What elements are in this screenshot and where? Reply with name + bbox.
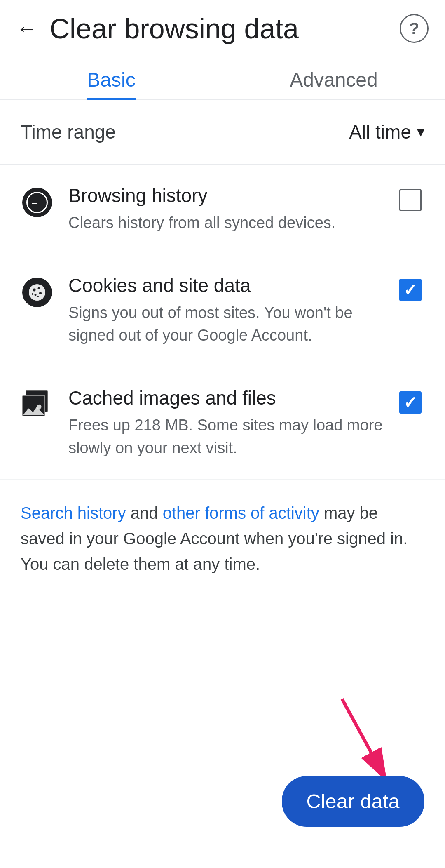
checkbox-checked-icon-2: ✓ [399, 391, 422, 414]
cookies-desc: Signs you out of most sites. You won't b… [68, 301, 388, 347]
svg-point-3 [39, 292, 42, 294]
browsing-history-checkbox[interactable] [396, 186, 424, 214]
browsing-history-title: Browsing history [68, 184, 388, 207]
clock-icon [21, 186, 54, 219]
cached-images-title: Cached images and files [68, 387, 388, 409]
time-range-selector[interactable]: All time ▾ [349, 121, 424, 143]
checkmark-icon: ✓ [403, 282, 417, 298]
checkbox-unchecked-icon [399, 189, 422, 211]
svg-point-1 [33, 289, 36, 292]
cookies-title: Cookies and site data [68, 274, 388, 296]
back-arrow-icon: ← [16, 18, 37, 39]
svg-point-0 [29, 284, 45, 301]
cached-images-checkbox[interactable]: ✓ [396, 388, 424, 416]
tab-advanced[interactable]: Advanced [222, 57, 445, 99]
cookie-icon [21, 276, 54, 309]
cached-images-content: Cached images and files Frees up 218 MB.… [68, 387, 388, 459]
cookies-content: Cookies and site data Signs you out of m… [68, 274, 388, 347]
svg-point-6 [37, 296, 39, 297]
browsing-history-item: Browsing history Clears history from all… [0, 165, 445, 254]
time-range-value: All time [349, 121, 411, 143]
cached-images-item: Cached images and files Frees up 218 MB.… [0, 367, 445, 480]
back-button[interactable]: ← [12, 14, 41, 43]
browsing-history-desc: Clears history from all synced devices. [68, 212, 388, 234]
browsing-history-content: Browsing history Clears history from all… [68, 184, 388, 234]
checkmark-icon-2: ✓ [403, 394, 417, 411]
time-range-row: Time range All time ▾ [0, 100, 445, 164]
header: ← Clear browsing data ? [0, 0, 445, 53]
help-icon: ? [409, 19, 419, 38]
image-stack-icon [21, 388, 54, 421]
search-history-link[interactable]: Search history [21, 504, 126, 522]
help-button[interactable]: ? [400, 14, 429, 43]
svg-point-4 [35, 294, 37, 296]
dropdown-arrow-icon: ▾ [417, 123, 424, 141]
other-activity-link[interactable]: other forms of activity [163, 504, 319, 522]
footer-note: Search history and other forms of activi… [0, 480, 445, 602]
time-range-label: Time range [21, 121, 116, 143]
clear-data-button[interactable]: Clear data [282, 776, 424, 827]
cookies-checkbox[interactable]: ✓ [396, 276, 424, 304]
svg-point-2 [38, 287, 40, 289]
cached-images-desc: Frees up 218 MB. Some sites may load mor… [68, 414, 388, 459]
cookies-item: Cookies and site data Signs you out of m… [0, 254, 445, 367]
svg-point-7 [37, 405, 41, 409]
page-title: Clear browsing data [41, 12, 400, 45]
checkbox-checked-icon: ✓ [399, 279, 422, 301]
tabs-container: Basic Advanced [0, 57, 445, 100]
svg-point-5 [32, 293, 33, 295]
arrow-annotation [326, 695, 391, 777]
footer-and-text: and [131, 504, 163, 522]
tab-basic[interactable]: Basic [0, 57, 222, 99]
svg-line-9 [342, 699, 379, 767]
